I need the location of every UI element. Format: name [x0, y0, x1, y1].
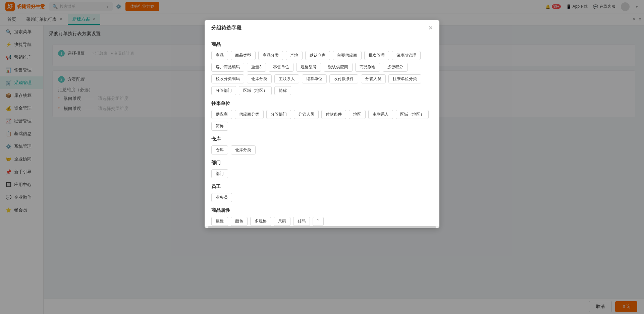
section-product-title: 商品 — [211, 42, 433, 48]
field-tag[interactable]: 供应商 — [211, 110, 232, 119]
field-tag[interactable]: 收付款条件 — [329, 74, 358, 83]
field-grid-product-attr: 属性 颜色 多规格 尺码 鞋码 1 — [211, 217, 433, 226]
field-tag[interactable]: 主联系人 — [368, 110, 393, 119]
field-tag[interactable]: 商品类型 — [231, 51, 256, 60]
field-grid-employee: 业务员 — [211, 193, 433, 202]
modal-body: 商品 商品 商品类型 商品分类 产地 默认仓库 主要供应商 批次管理 保质期管理… — [205, 36, 439, 226]
field-tag[interactable]: 批次管理 — [364, 51, 389, 60]
field-tag[interactable]: 简称 — [274, 86, 291, 95]
field-tag[interactable]: 规格型号 — [296, 63, 321, 72]
field-tag[interactable]: 零售单位 — [269, 63, 293, 72]
field-tag[interactable]: 客户商品编码 — [211, 63, 244, 72]
section-employee-title: 员工 — [211, 184, 433, 190]
field-tag[interactable]: 默认供应商 — [324, 63, 353, 72]
field-tag[interactable]: 分管人员 — [361, 74, 386, 83]
modal-header: 分组待选字段 ✕ — [205, 20, 439, 36]
field-tag[interactable]: 结算单位 — [302, 74, 327, 83]
field-tag[interactable]: 付款条件 — [321, 110, 346, 119]
modal-overlay: 分组待选字段 ✕ 商品 商品 商品类型 商品分类 产地 默认仓库 主要供应商 批… — [0, 0, 644, 314]
field-tag[interactable]: 多规格 — [250, 217, 271, 226]
field-select-modal: 分组待选字段 ✕ 商品 商品 商品类型 商品分类 产地 默认仓库 主要供应商 批… — [205, 20, 439, 228]
field-tag[interactable]: 仓库 — [211, 145, 228, 154]
field-tag[interactable]: 1 — [313, 217, 324, 226]
section-dept-title: 部门 — [211, 160, 433, 166]
field-tag[interactable]: 尺码 — [274, 217, 290, 226]
field-tag[interactable]: 供应商分类 — [235, 110, 264, 119]
modal-title: 分组待选字段 — [211, 25, 241, 31]
field-tag[interactable]: 仓库分类 — [247, 74, 272, 83]
field-tag[interactable]: 主联系人 — [274, 74, 299, 83]
field-grid-warehouse: 仓库 仓库分类 — [211, 145, 433, 154]
modal-close-icon[interactable]: ✕ — [428, 25, 433, 31]
modal-scrollbar[interactable] — [205, 226, 439, 228]
field-grid-dept: 部门 — [211, 169, 433, 178]
field-tag[interactable]: 重量3 — [247, 63, 266, 72]
section-product-attr-title: 商品属性 — [211, 207, 433, 213]
field-tag[interactable]: 地区 — [349, 110, 366, 119]
field-tag[interactable]: 默认仓库 — [305, 51, 330, 60]
field-tag[interactable]: 仓库分类 — [231, 145, 256, 154]
field-tag[interactable]: 产地 — [286, 51, 303, 60]
field-tag[interactable]: 鞋码 — [293, 217, 310, 226]
field-tag[interactable]: 商品分类 — [258, 51, 283, 60]
field-tag[interactable]: 部门 — [211, 169, 228, 178]
section-partner-title: 往来单位 — [211, 101, 433, 107]
field-grid-partner: 供应商 供应商分类 分管部门 分管人员 付款条件 地区 主联系人 区域（地区） … — [211, 110, 433, 131]
field-tag[interactable]: 分管人员 — [294, 110, 319, 119]
field-tag[interactable]: 分管部门 — [266, 110, 291, 119]
field-tag[interactable]: 属性 — [211, 217, 228, 226]
field-tag[interactable]: 保质期管理 — [392, 51, 421, 60]
field-tag[interactable]: 业务员 — [211, 193, 232, 202]
scrollbar-thumb[interactable] — [208, 226, 436, 228]
field-tag[interactable]: 简称 — [211, 122, 228, 131]
field-grid-product: 商品 商品类型 商品分类 产地 默认仓库 主要供应商 批次管理 保质期管理 客户… — [211, 51, 433, 95]
field-tag[interactable]: 税收分类编码 — [211, 74, 244, 83]
field-tag[interactable]: 区域（地区） — [239, 86, 272, 95]
field-tag[interactable]: 往来单位分类 — [388, 74, 421, 83]
field-tag[interactable]: 商品 — [211, 51, 228, 60]
field-tag[interactable]: 主要供应商 — [333, 51, 362, 60]
field-tag[interactable]: 区域（地区） — [396, 110, 429, 119]
field-tag[interactable]: 商品别名 — [355, 63, 380, 72]
section-warehouse-title: 仓库 — [211, 136, 433, 142]
field-tag[interactable]: 分管部门 — [211, 86, 236, 95]
field-tag[interactable]: 拣货积分 — [383, 63, 408, 72]
field-tag[interactable]: 颜色 — [231, 217, 248, 226]
